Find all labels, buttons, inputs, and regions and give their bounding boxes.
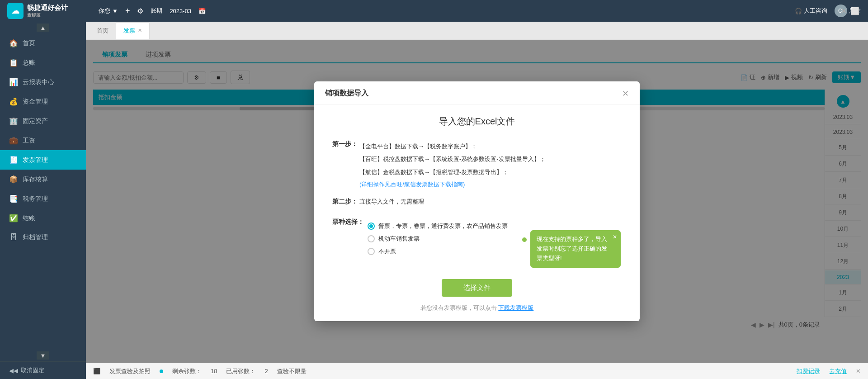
user-select[interactable]: 你您 ▼ (99, 7, 118, 15)
sidebar-item-tax[interactable]: 📑 税务管理 (0, 189, 86, 208)
sidebar-scroll: 🏠 首页 📋 总账 📊 云报表中心 💰 资金管理 🏢 固定资产 💼 工资 (0, 33, 86, 350)
archive-icon: 🗄 (9, 233, 18, 242)
recharge-link[interactable]: 去充值 (829, 367, 847, 375)
bottom-close-btn[interactable]: ✕ (856, 368, 861, 374)
bottom-label3: 已用张数： (226, 367, 255, 375)
step1-line1: 【全电平台】数据下载→【税务数字账户】； (359, 140, 546, 153)
tooltip-arrow (528, 236, 532, 240)
bottom-label4: 查验不限量 (277, 367, 307, 375)
tab-home[interactable]: 首页 (90, 22, 116, 39)
sidebar-item-label: 资金管理 (23, 98, 48, 106)
user-name: 你您 (99, 7, 110, 15)
tab-close-icon[interactable]: ✕ (138, 28, 142, 33)
window-controls: ✕ ⬜ (832, 0, 868, 22)
window-close-btn[interactable]: ✕ (841, 7, 847, 15)
radio-normal-label: 普票，专票，卷票，通行费发票，农产品销售发票 (378, 222, 508, 230)
salary-icon: 💼 (9, 136, 18, 145)
tooltip-close-btn[interactable]: ✕ (613, 233, 617, 242)
modal-body: 导入您的Excel文件 第一步： 【全电平台】数据下载→【税务数字账户】； 【百… (314, 104, 640, 322)
step2-section: 第二步： 直接导入文件，无需整理 (332, 198, 622, 206)
logo-sub: 旗舰版 (27, 12, 68, 19)
bottom-value2: 18 (211, 368, 217, 374)
funds-icon: 💰 (9, 97, 18, 106)
modal-title: 销项数据导入 (325, 89, 368, 98)
modal-overlay: 销项数据导入 ✕ 导入您的Excel文件 第一步： 【全电平台】数据下载→【税务… (86, 40, 868, 363)
radio-noticket[interactable]: 不开票 (368, 247, 508, 256)
sidebar-collapse-btn[interactable]: ◀◀ 取消固定 (0, 361, 86, 379)
invoice-icon: 🧾 (9, 156, 18, 164)
footer-text: 若您没有发票模版，可以点击 (420, 304, 497, 311)
top-bar-center: 你您 ▼ + ⚙ 账期 2023-03 📅 (99, 6, 789, 16)
bottom-value3: 2 (264, 368, 268, 374)
tooltip-dot (522, 237, 527, 242)
step1-row: 第一步： 【全电平台】数据下载→【税务数字账户】； 【百旺】税控盘数据下载→【系… (332, 140, 622, 189)
tooltip-container: 现在支持的票种多了，导入发票时别忘了选择正确的发票类型呀! ✕ (530, 230, 621, 267)
radio-normal-circle (368, 223, 375, 230)
step1-line3: 【航信】金税盘数据下载→【报税管理-发票数据导出】； (359, 166, 546, 179)
add-icon[interactable]: + (125, 6, 130, 16)
tab-invoice-label: 发票 (123, 27, 135, 35)
step2-label: 第二步： (332, 198, 358, 206)
tooltip-text: 现在支持的票种多了，导入发票时别忘了选择正确的发票类型呀! (537, 236, 607, 261)
period-label: 账期 (151, 7, 162, 15)
modal-footer: 若您没有发票模版，可以点击 下载发票模版 (332, 304, 622, 312)
modal-main-title: 导入您的Excel文件 (332, 115, 622, 128)
step1-label: 第一步： (332, 140, 358, 148)
support-btn[interactable]: 🎧 人工咨询 (795, 7, 827, 15)
step1-line2: 【百旺】税控盘数据下载→【系统设置-系统参数设置-发票批量导入】； (359, 153, 546, 166)
sidebar: ▲ 🏠 首页 📋 总账 📊 云报表中心 💰 资金管理 🏢 固定资产 (0, 22, 86, 379)
sidebar-item-settle[interactable]: ✅ 结账 (0, 208, 86, 228)
sidebar-item-funds[interactable]: 💰 资金管理 (0, 92, 86, 111)
modal-close-btn[interactable]: ✕ (622, 89, 629, 99)
step1-content: 【全电平台】数据下载→【税务数字账户】； 【百旺】税控盘数据下载→【系统设置-系… (359, 140, 546, 189)
select-file-btn[interactable]: 选择文件 (442, 279, 512, 297)
settings-icon[interactable]: ⚙ (137, 7, 143, 15)
sidebar-item-archive[interactable]: 🗄 归档管理 (0, 228, 86, 247)
top-bar: ☁ 畅捷通好会计 旗舰版 你您 ▼ + ⚙ 账期 2023-03 📅 🎧 人工咨… (0, 0, 868, 22)
radio-motor[interactable]: 机动车销售发票 现在支持的票种多了，导入发票时别忘了选择正确的发票类型呀! ✕ (368, 235, 508, 243)
sidebar-item-label: 税务管理 (23, 195, 48, 203)
sidebar-item-inventory[interactable]: 📦 库存核算 (0, 170, 86, 189)
sidebar-item-label: 库存核算 (23, 175, 48, 184)
home-icon: 🏠 (9, 39, 18, 47)
sidebar-item-invoice[interactable]: 🧾 发票管理 (0, 150, 86, 170)
sidebar-item-reports[interactable]: 📊 云报表中心 (0, 72, 86, 92)
radio-normal-inner (369, 224, 373, 228)
radio-group: 普票，专票，卷票，通行费发票，农产品销售发票 机动车销售发票 (368, 222, 508, 256)
sidebar-item-label: 发票管理 (23, 156, 48, 164)
sidebar-item-label: 工资 (23, 137, 35, 145)
step2-row: 第二步： 直接导入文件，无需整理 (332, 198, 622, 206)
chevron-down-icon: ▼ (112, 8, 118, 14)
sidebar-item-ledger[interactable]: 📋 总账 (0, 53, 86, 72)
bottom-dot (160, 370, 163, 373)
step1-link[interactable]: (详细操作见百旺/航信发票数据下载指南) (359, 180, 546, 189)
radio-normal[interactable]: 普票，专票，卷票，通行费发票，农产品销售发票 (368, 222, 508, 230)
sidebar-item-label: 结账 (23, 214, 35, 223)
window-maximize-btn[interactable]: ⬜ (850, 7, 859, 15)
download-guide-link[interactable]: (详细操作见百旺/航信发票数据下载指南) (359, 181, 465, 188)
download-template-link[interactable]: 下载发票模版 (498, 304, 533, 311)
radio-motor-label: 机动车销售发票 (378, 235, 420, 243)
bottom-invoice-icon: ⬛ (93, 368, 100, 374)
bottom-label1: 发票查验及拍照 (109, 367, 151, 375)
sidebar-item-label: 归档管理 (23, 233, 48, 242)
radio-noticket-label: 不开票 (378, 247, 396, 256)
tab-home-label: 首页 (97, 27, 108, 35)
calendar-icon[interactable]: 📅 (198, 8, 206, 14)
sidebar-item-label: 首页 (23, 39, 35, 47)
select-file-area: 选择文件 (332, 279, 622, 297)
tab-invoice[interactable]: 发票 ✕ (116, 22, 150, 39)
tooltip-bubble: 现在支持的票种多了，导入发票时别忘了选择正确的发票类型呀! ✕ (530, 230, 621, 267)
sidebar-scroll-down[interactable]: ▼ (37, 351, 49, 360)
sidebar-item-home[interactable]: 🏠 首页 (0, 33, 86, 53)
sidebar-item-label: 总账 (23, 59, 35, 67)
modal-header: 销项数据导入 ✕ (314, 81, 640, 104)
tax-icon: 📑 (9, 194, 18, 203)
sidebar-item-salary[interactable]: 💼 工资 (0, 131, 86, 150)
sidebar-item-label: 固定资产 (23, 117, 48, 125)
deduct-record-link[interactable]: 扣费记录 (797, 367, 820, 375)
pin-icon: ◀◀ (9, 367, 18, 374)
sidebar-item-assets[interactable]: 🏢 固定资产 (0, 111, 86, 131)
collapse-label: 取消固定 (21, 366, 44, 374)
sidebar-scroll-up[interactable]: ▲ (37, 24, 49, 32)
